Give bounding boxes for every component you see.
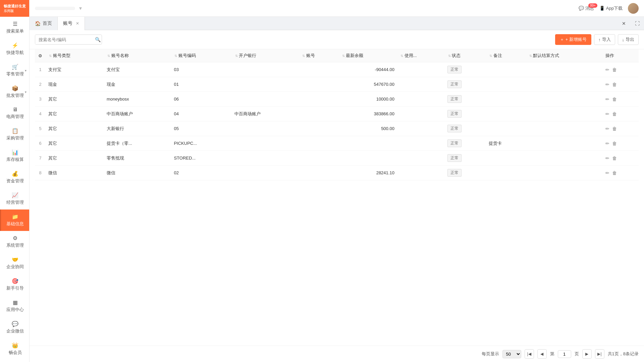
tab-close-button[interactable]: ✕ — [76, 21, 79, 26]
pagination-bar: 每页显示 50 20 100 |◀ ◀ 第 页 ▶ ▶| 共1页，8条记录 — [30, 346, 644, 362]
col-name-sort-icon[interactable]: ⇅ — [107, 54, 110, 58]
row-balance — [339, 136, 397, 151]
col-remark: ⇅ 备注 — [486, 49, 526, 62]
col-balance-sort-icon[interactable]: ⇅ — [342, 54, 345, 58]
delete-icon[interactable]: 🗑 — [612, 97, 617, 102]
col-settings[interactable]: ⚙ — [35, 49, 46, 62]
edit-icon[interactable]: ✏ — [605, 156, 609, 161]
export-button[interactable]: ↓ 导出 — [618, 34, 639, 45]
tab-expand-button[interactable]: ⛶ — [631, 17, 644, 30]
first-page-button[interactable]: |◀ — [525, 349, 534, 359]
sidebar-item-wholesale[interactable]: 📦 批发管理 ▾ — [0, 81, 29, 103]
last-page-button[interactable]: ▶| — [595, 349, 604, 359]
edit-icon[interactable]: ✏ — [605, 67, 609, 72]
col-code-sort-icon[interactable]: ⇅ — [174, 54, 177, 58]
sidebar-item-retail[interactable]: 🛒 零售管理 ▾ — [0, 60, 29, 81]
tab-account-label: 账号 — [63, 20, 72, 26]
row-account — [299, 77, 339, 92]
prev-page-button[interactable]: ◀ — [537, 349, 547, 359]
toolbar-left: 🔍 — [35, 35, 102, 45]
delete-icon[interactable]: 🗑 — [612, 156, 617, 161]
row-account — [299, 62, 339, 77]
tab-account[interactable]: 账号 ✕ — [58, 17, 85, 30]
retail-icon: 🛒 — [12, 64, 18, 70]
app-download-button[interactable]: 📱 App下载 — [599, 5, 623, 11]
row-code: PICKUPC... — [171, 136, 231, 151]
message-badge: 99+ — [588, 3, 597, 8]
sidebar-item-newbie[interactable]: 🎯 新手引导 — [0, 274, 29, 295]
row-name: 零售抵现 — [104, 151, 171, 166]
next-page-button[interactable]: ▶ — [582, 349, 592, 359]
message-button[interactable]: 💬 消息 99+ — [579, 5, 594, 11]
search-button[interactable]: 🔍 — [92, 35, 102, 44]
row-type: 其它 — [46, 136, 104, 151]
col-type-sort-icon[interactable]: ⇅ — [49, 54, 52, 58]
row-usage — [397, 121, 445, 136]
delete-icon[interactable]: 🗑 — [612, 170, 617, 176]
sidebar-item-appcenter[interactable]: ▦ 应用中心 — [0, 295, 29, 317]
status-badge: 正常 — [447, 139, 462, 147]
sidebar-item-purchase[interactable]: 📋 采购管理 — [0, 124, 29, 145]
edit-icon[interactable]: ✏ — [605, 97, 609, 102]
delete-icon[interactable]: 🗑 — [612, 82, 617, 87]
user-avatar[interactable] — [628, 3, 639, 14]
sidebar-item-system[interactable]: ⚙ 系统管理 — [0, 231, 29, 252]
row-usage — [397, 62, 445, 77]
col-account-sort-icon[interactable]: ⇅ — [302, 54, 305, 58]
add-account-button[interactable]: ＋ + 新增账号 — [555, 34, 591, 45]
tab-close-all-button[interactable]: ✕ — [617, 17, 631, 30]
sidebar-item-search[interactable]: ☰ 搜索菜单 — [0, 17, 29, 38]
table-wrap: ⚙ ⇅ 账号类型 ⇅ 账号名称 ⇅ 账号编码 — [30, 49, 644, 186]
purchase-icon: 📋 — [3, 128, 27, 134]
sidebar-item-finance-label: 资金管理 — [3, 178, 27, 184]
edit-icon[interactable]: ✏ — [605, 111, 609, 117]
sidebar-item-inventory-label: 库存核算 — [3, 157, 27, 163]
col-settlement-sort-icon[interactable]: ⇅ — [529, 54, 532, 58]
row-action: ✏ 🗑 — [603, 77, 639, 92]
page-size-select[interactable]: 50 20 100 — [502, 350, 521, 358]
sidebar-item-wholesale-label: 批发管理 — [6, 93, 24, 99]
edit-icon[interactable]: ✏ — [605, 170, 609, 176]
dropdown-icon[interactable]: ▾ — [79, 5, 82, 11]
import-button[interactable]: ↑ 导入 — [594, 34, 615, 45]
delete-icon[interactable]: 🗑 — [612, 111, 617, 117]
row-type: 其它 — [46, 151, 104, 166]
top-header: ▾ 💬 消息 99+ 📱 App下载 — [30, 0, 644, 17]
sidebar-item-finance[interactable]: 💰 资金管理 — [0, 167, 29, 188]
sidebar-item-system-label: 系统管理 — [3, 242, 27, 248]
row-account — [299, 92, 339, 107]
row-remark — [486, 166, 526, 180]
sidebar-item-enterprise[interactable]: 🤝 企业协同 — [0, 252, 29, 274]
search-input[interactable] — [35, 35, 92, 44]
edit-icon[interactable]: ✏ — [605, 126, 609, 131]
sidebar-item-wechat[interactable]: 💬 企业微信 — [0, 317, 29, 338]
edit-icon[interactable]: ✏ — [605, 82, 609, 87]
col-status-sort-icon[interactable]: ⇅ — [448, 54, 451, 58]
sidebar-item-inventory[interactable]: 📊 库存核算 — [0, 145, 29, 167]
toolbar: 🔍 ＋ + 新增账号 ↑ 导入 ↓ 导出 — [30, 30, 644, 49]
row-default-settlement — [526, 62, 603, 77]
row-action: ✏ 🗑 — [603, 151, 639, 166]
tab-home[interactable]: 🏠 首页 — [30, 17, 58, 30]
row-action: ✏ 🗑 — [603, 62, 639, 77]
sidebar-item-quicknav[interactable]: ⚡ 快捷导航 — [0, 38, 29, 60]
row-balance: -90444.00 — [339, 62, 397, 77]
sidebar-item-ecommerce[interactable]: 🖥 电商管理 — [0, 103, 29, 124]
row-action: ✏ 🗑 — [603, 166, 639, 180]
row-status: 正常 — [445, 77, 486, 92]
sidebar-item-member[interactable]: 👑 畅会员 — [0, 338, 29, 360]
col-usage-sort-icon[interactable]: ⇅ — [400, 54, 403, 58]
sidebar-item-basic-info[interactable]: 📁 基础信息 — [0, 209, 29, 231]
page-word: 页 — [575, 351, 579, 357]
delete-icon[interactable]: 🗑 — [612, 141, 617, 146]
row-code: STORED... — [171, 151, 231, 166]
page-input[interactable] — [558, 350, 571, 358]
col-remark-sort-icon[interactable]: ⇅ — [489, 54, 492, 58]
row-remark: 提货卡 — [486, 136, 526, 151]
delete-icon[interactable]: 🗑 — [612, 126, 617, 131]
delete-icon[interactable]: 🗑 — [612, 67, 617, 72]
col-bank-sort-icon[interactable]: ⇅ — [235, 54, 238, 58]
operation-icon: 📈 — [3, 192, 27, 198]
sidebar-item-operation[interactable]: 📈 经营管理 — [0, 188, 29, 209]
edit-icon[interactable]: ✏ — [605, 141, 609, 146]
